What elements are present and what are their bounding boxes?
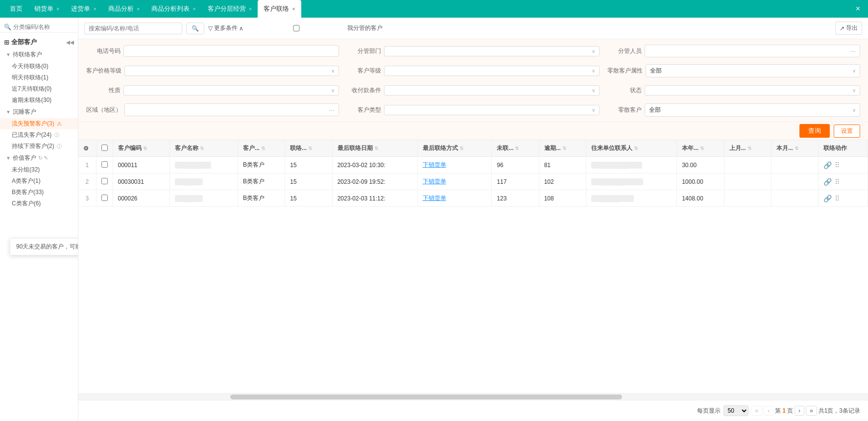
sidebar-item-today[interactable]: 今天待联络(0): [0, 61, 78, 72]
link-icon[interactable]: 🔗: [823, 195, 832, 202]
window-close-icon[interactable]: ×: [852, 4, 864, 13]
row-last-method[interactable]: 下销货单: [417, 157, 492, 173]
row-checkbox[interactable]: [96, 190, 113, 207]
chevron-down-icon: ∨: [852, 88, 856, 93]
row-contact-count: 15: [285, 157, 332, 173]
tab-purchase[interactable]: 进货单 ×: [65, 0, 102, 18]
sidebar-item-overdue[interactable]: 逾期未联络(30): [0, 95, 78, 106]
next-page-btn[interactable]: ›: [795, 406, 804, 416]
col-checkbox[interactable]: [96, 140, 113, 157]
tab-home[interactable]: 首页: [4, 0, 28, 18]
action-panel: 查询 设置: [78, 122, 868, 140]
col-overdue[interactable]: 逾期...⇅: [539, 140, 586, 157]
row-checkbox[interactable]: [96, 173, 113, 190]
arrow-icon: ▼: [6, 52, 11, 57]
sidebar-group-pending[interactable]: ▼ 待联络客户: [0, 49, 78, 61]
col-name[interactable]: 客户名称⇅: [170, 140, 238, 157]
filter-select-scattered[interactable]: 全部 ∨: [645, 103, 860, 117]
last-page-btn[interactable]: »: [806, 406, 817, 416]
scroll-thumb[interactable]: [230, 395, 622, 399]
horizontal-scrollbar[interactable]: [78, 393, 868, 400]
first-page-btn[interactable]: «: [751, 406, 763, 416]
link-icon[interactable]: 🔗: [823, 161, 832, 169]
col-contact-count[interactable]: 联络...⇅: [285, 140, 332, 157]
settings-icon: ⚙: [83, 145, 89, 152]
tab-customer-tier[interactable]: 客户分层经营 ×: [202, 0, 258, 18]
sidebar-item-tomorrow[interactable]: 明天待联络(1): [0, 72, 78, 83]
col-type[interactable]: 客户...⇅: [238, 140, 285, 157]
col-settings[interactable]: ⚙: [78, 140, 96, 157]
filter-select-status[interactable]: ∨: [645, 85, 860, 96]
per-page-select[interactable]: 50 100 200: [723, 405, 748, 416]
prev-page-btn[interactable]: ‹: [764, 406, 773, 416]
col-partner-contact[interactable]: 往来单位联系人⇅: [586, 140, 677, 157]
sidebar-group-value[interactable]: ▼ 价值客户 ↻ ✎: [0, 152, 78, 164]
more-icon[interactable]: ⠿: [835, 178, 840, 186]
close-icon[interactable]: ×: [249, 6, 252, 12]
dots-icon[interactable]: ···: [850, 47, 856, 55]
filter-select-customer-tier[interactable]: ∨: [384, 66, 600, 76]
filter-select-customer-type[interactable]: ∨: [384, 105, 600, 115]
query-button[interactable]: 查询: [799, 124, 830, 138]
row-last-month: [724, 190, 771, 207]
col-code[interactable]: 客户编码⇅: [113, 140, 170, 157]
close-icon[interactable]: ×: [193, 6, 195, 12]
close-icon[interactable]: ×: [137, 6, 140, 12]
sidebar-item-class-c[interactable]: C类客户(6): [0, 198, 78, 209]
sidebar-all-customers[interactable]: ⊞ 全部客户 ◀◀: [0, 36, 78, 49]
filter-row-region: 区域（地区） ···: [86, 102, 339, 118]
col-last-date[interactable]: 最后联络日期⇅: [332, 140, 417, 157]
sidebar-item-unclassified[interactable]: 未分组(32): [0, 164, 78, 175]
sidebar-item-churn-warning[interactable]: 流失预警客户(3) ⚠: [0, 118, 78, 129]
filter-label-region: 区域（地区）: [86, 106, 121, 114]
tab-analysis[interactable]: 商品分析 ×: [102, 0, 145, 18]
search-button[interactable]: 🔍: [186, 23, 204, 34]
settings-button[interactable]: 设置: [834, 124, 860, 138]
filter-select-scattered-attr[interactable]: 全部 ∨: [646, 64, 860, 77]
sidebar-group-dormant[interactable]: ▼ 沉睡客户: [0, 106, 78, 118]
table-row: 1 000011 ████ B类客户 15 2023-03-02 10:30: …: [78, 157, 868, 173]
more-icon[interactable]: ⠿: [835, 161, 840, 169]
sidebar-item-class-b[interactable]: B类客户(33): [0, 187, 78, 198]
chevron-down-icon: ∨: [331, 88, 335, 93]
more-conditions-btn[interactable]: ▽ 更多条件 ∧: [208, 24, 243, 32]
tab-customer-contact[interactable]: 客户联络 ×: [258, 0, 301, 18]
filter-select-nature[interactable]: ∨: [123, 85, 339, 96]
col-this-year[interactable]: 本年...⇅: [677, 140, 724, 157]
row-code: 00030031: [113, 173, 170, 190]
filter-select-payment[interactable]: ∨: [384, 85, 600, 96]
col-last-method[interactable]: 最后联络方式⇅: [417, 140, 492, 157]
row-checkbox[interactable]: [96, 157, 113, 173]
row-unlink-days: 123: [492, 190, 539, 207]
search-icon: 🔍: [4, 24, 11, 30]
col-this-month[interactable]: 本月...⇅: [771, 140, 818, 157]
sort-icon: ⇅: [200, 146, 204, 151]
link-icon[interactable]: 🔗: [823, 178, 832, 186]
tab-sales[interactable]: 销货单 ×: [28, 0, 65, 18]
close-icon[interactable]: ×: [56, 6, 59, 12]
sidebar-item-declining[interactable]: 持续下滑客户(2) ⓘ: [0, 141, 78, 152]
row-last-method[interactable]: 下销货单: [417, 173, 492, 190]
my-customers-checkbox[interactable]: 我分管的客户: [247, 24, 383, 32]
sidebar-item-churned[interactable]: 已流失客户(24) ⓘ: [0, 129, 78, 141]
col-last-month[interactable]: 上月...⇅: [724, 140, 771, 157]
edit-icon[interactable]: ✎: [44, 155, 48, 161]
filter-select-price-tier[interactable]: ∨: [124, 66, 339, 76]
sidebar-item-class-a[interactable]: A类客户(1): [0, 175, 78, 187]
refresh-icon[interactable]: ↻: [38, 155, 43, 161]
more-icon[interactable]: ⠿: [835, 195, 840, 202]
export-button[interactable]: ↗ 导出: [835, 22, 862, 35]
close-icon[interactable]: ×: [93, 6, 96, 12]
filter-input-phone[interactable]: [123, 45, 339, 57]
sidebar-search-input[interactable]: [13, 24, 74, 30]
col-unlink-days[interactable]: 未联...⇅: [492, 140, 539, 157]
search-input[interactable]: [84, 23, 182, 34]
row-last-method[interactable]: 下销货单: [417, 190, 492, 207]
tab-analysis-list[interactable]: 商品分析列表 ×: [145, 0, 201, 18]
sidebar-item-7days[interactable]: 近7天待联络(0): [0, 83, 78, 95]
close-icon[interactable]: ×: [292, 6, 295, 12]
filter-label-phone: 电话号码: [86, 47, 121, 55]
row-number: 3: [78, 190, 96, 207]
dots-icon[interactable]: ···: [329, 106, 335, 114]
filter-select-dept[interactable]: ∨: [384, 46, 600, 56]
